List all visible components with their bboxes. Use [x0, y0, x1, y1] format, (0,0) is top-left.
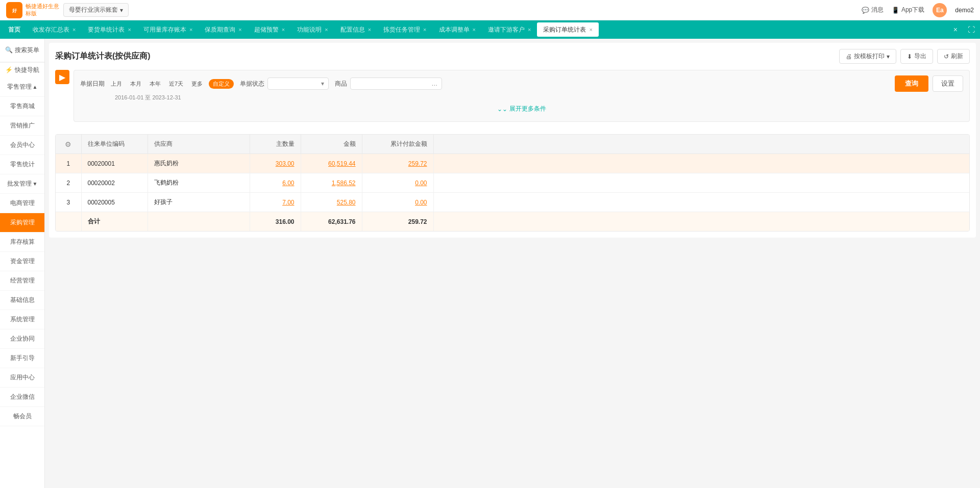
- close-icon[interactable]: ×: [189, 27, 192, 33]
- sidebar-item-member-center[interactable]: 会员中心: [0, 136, 44, 155]
- td-qty[interactable]: 303.00: [250, 154, 301, 173]
- tab-jianhuo[interactable]: 拣货任务管理 ×: [377, 22, 432, 37]
- td-amount[interactable]: 525.80: [301, 193, 362, 212]
- tab-home[interactable]: 首页: [2, 22, 27, 37]
- close-icon[interactable]: ×: [368, 27, 371, 33]
- settings-button[interactable]: 设置: [933, 75, 963, 92]
- nav-close-btn[interactable]: ×: [950, 24, 961, 35]
- expand-button[interactable]: ⌄⌄ 展开更多条件: [497, 105, 546, 113]
- sidebar-item-finance[interactable]: 资金管理: [0, 252, 44, 271]
- sidebar-item-newbie[interactable]: 新手引导: [0, 349, 44, 368]
- td-paid[interactable]: 259.72: [362, 154, 433, 173]
- avatar[interactable]: Ea: [933, 3, 947, 17]
- sidebar-nav-button[interactable]: ⚡ 快捷导航: [0, 62, 44, 78]
- query-button[interactable]: 查询: [895, 75, 928, 92]
- tab-peizhi[interactable]: 配置信息 ×: [334, 22, 377, 37]
- nav-expand-btn[interactable]: ⛶: [965, 24, 978, 35]
- tab-caigou-active[interactable]: 采购订单统计表 ×: [537, 22, 598, 37]
- sidebar-label: 库存核算: [10, 238, 35, 246]
- td-amount[interactable]: 1,586.52: [301, 173, 362, 193]
- sidebar-item-retail-stats[interactable]: 零售统计: [0, 155, 44, 174]
- shortcut-7days[interactable]: 近7天: [166, 79, 186, 89]
- tab-shoufacun[interactable]: 收发存汇总表 ×: [27, 22, 82, 37]
- table-body: 1 00020001 惠氏奶粉 303.00 60,519.44 259.72 …: [56, 154, 969, 212]
- page-actions: 🖨 按模板打印 ▾ ⬇ 导出 ↺ 刷新: [839, 49, 970, 64]
- sidebar-label: 零售商城: [10, 102, 35, 111]
- table-settings-icon[interactable]: ⚙: [65, 140, 71, 148]
- print-button[interactable]: 🖨 按模板打印 ▾: [839, 49, 896, 64]
- message-action[interactable]: 💬 消息: [862, 6, 884, 14]
- chevron-icon: ▼: [33, 181, 38, 187]
- sidebar-item-member[interactable]: 畅会员: [0, 407, 44, 426]
- close-icon[interactable]: ×: [238, 27, 241, 33]
- filter-area: 单据日期 上月 本月 本年 近7天 更多 自定义: [74, 70, 970, 122]
- sidebar-item-app-center[interactable]: 应用中心: [0, 368, 44, 388]
- chevron-down-icon: ▾: [887, 53, 890, 60]
- close-icon[interactable]: ×: [423, 27, 426, 33]
- chevron-down-icon: ▾: [321, 80, 324, 87]
- app-download-action[interactable]: 📱 App下载: [892, 6, 924, 14]
- sidebar-label: 批发管理: [7, 179, 32, 188]
- export-icon: ⬇: [907, 53, 912, 60]
- filter-collapse-button[interactable]: ▶: [55, 70, 69, 84]
- sidebar-label: 营销推广: [10, 121, 35, 130]
- close-icon[interactable]: ×: [282, 27, 285, 33]
- shortcut-last-month[interactable]: 上月: [108, 79, 125, 89]
- page-title: 采购订单统计表(按供应商): [55, 51, 151, 62]
- workspace-selector[interactable]: 母婴行业演示账套 ▾: [63, 3, 129, 17]
- app-icon: 📱: [892, 7, 899, 14]
- status-select[interactable]: ▾: [267, 78, 329, 90]
- sidebar-item-enterprise-collab[interactable]: 企业协同: [0, 329, 44, 349]
- td-paid[interactable]: 0.00: [362, 173, 433, 193]
- sidebar-item-ecommerce[interactable]: 电商管理: [0, 194, 44, 213]
- close-icon[interactable]: ×: [72, 27, 76, 33]
- close-icon[interactable]: ×: [325, 27, 328, 33]
- sidebar-item-purchase[interactable]: 采购管理: [0, 213, 44, 233]
- shortcut-this-year[interactable]: 本年: [146, 79, 164, 89]
- sidebar-label: 系统管理: [10, 315, 35, 324]
- close-icon[interactable]: ×: [473, 27, 476, 33]
- goods-input[interactable]: …: [350, 78, 442, 90]
- tab-baozhi[interactable]: 保质期查询 ×: [199, 22, 248, 37]
- tab-chaochuyujing[interactable]: 超储预警 ×: [248, 22, 291, 37]
- sidebar-item-wechat[interactable]: 企业微信: [0, 388, 44, 407]
- sidebar-item-inventory[interactable]: 库存核算: [0, 233, 44, 252]
- tfoot-qty: 316.00: [250, 212, 301, 232]
- main-layout: 🔍 搜索英单 ⚡ 快捷导航 零售管理 ▲ 零售商城 营销推广 会员中心 零售统计…: [0, 39, 980, 488]
- export-button[interactable]: ⬇ 导出: [900, 49, 933, 64]
- close-icon[interactable]: ×: [528, 27, 531, 33]
- th-paid: 累计付款金额: [362, 135, 433, 154]
- more-icon[interactable]: …: [431, 80, 437, 87]
- sidebar-search-button[interactable]: 🔍 搜索英单: [3, 43, 41, 58]
- td-qty[interactable]: 7.00: [250, 193, 301, 212]
- sidebar-item-wholesale[interactable]: 批发管理 ▼: [0, 174, 44, 194]
- tab-kuyongliang[interactable]: 可用量库存账本 ×: [137, 22, 199, 37]
- td-qty[interactable]: 6.00: [250, 173, 301, 193]
- td-seq: 1: [56, 154, 81, 173]
- close-icon[interactable]: ×: [589, 27, 592, 33]
- sidebar-item-retail-mgmt[interactable]: 零售管理 ▲: [0, 78, 44, 97]
- td-seq: 3: [56, 193, 81, 212]
- shortcut-more[interactable]: 更多: [188, 79, 206, 89]
- tab-yaohuo[interactable]: 要货单统计表 ×: [82, 22, 137, 37]
- close-icon[interactable]: ×: [128, 27, 131, 33]
- td-paid[interactable]: 0.00: [362, 193, 433, 212]
- sidebar-item-system[interactable]: 系统管理: [0, 310, 44, 329]
- tab-yaoqing[interactable]: 邀请下游客户 ×: [482, 22, 537, 37]
- sidebar-item-operations[interactable]: 经营管理: [0, 271, 44, 291]
- th-amount: 金额: [301, 135, 362, 154]
- td-amount[interactable]: 60,519.44: [301, 154, 362, 173]
- refresh-button[interactable]: ↺ 刷新: [937, 49, 970, 64]
- tab-gongneng[interactable]: 功能说明 ×: [291, 22, 334, 37]
- tfoot-empty1: [56, 212, 81, 232]
- page-header: 采购订单统计表(按供应商) 🖨 按模板打印 ▾ ⬇ 导出 ↺ 刷新: [55, 49, 970, 64]
- expand-label: 展开更多条件: [509, 105, 546, 113]
- tab-chengben[interactable]: 成本调整单 ×: [433, 22, 482, 37]
- logo-area: 好 畅捷通好生意 标版: [6, 2, 59, 18]
- shortcut-this-month[interactable]: 本月: [127, 79, 144, 89]
- sidebar-item-basic-info[interactable]: 基础信息: [0, 291, 44, 310]
- sidebar-item-marketing[interactable]: 营销推广: [0, 116, 44, 136]
- sidebar-item-retail-mall[interactable]: 零售商城: [0, 97, 44, 116]
- date-custom-tag[interactable]: 自定义: [209, 79, 234, 89]
- nav-tabs: 首页 收发存汇总表 × 要货单统计表 × 可用量库存账本 × 保质期查询 × 超…: [0, 20, 980, 39]
